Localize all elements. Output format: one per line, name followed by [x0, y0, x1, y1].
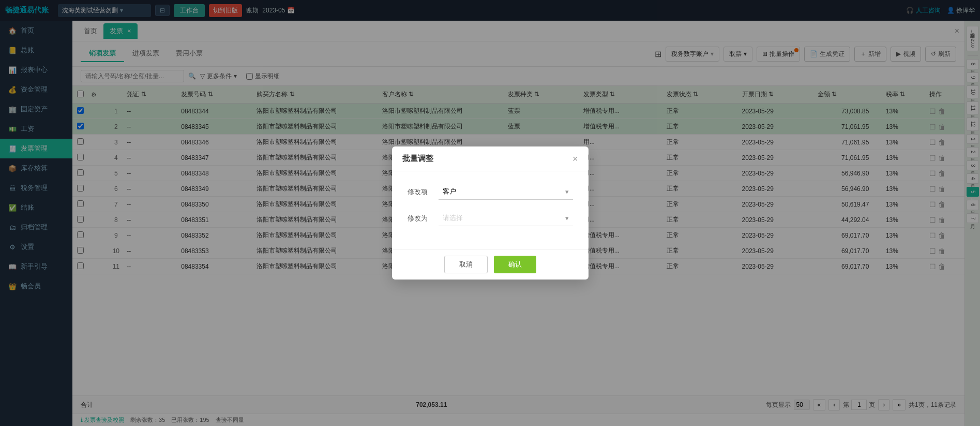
modify-to-label: 修改为 [408, 214, 439, 223]
batch-adjust-dialog: 批量调整 × 修改项 客户 ▾ 修改为 请选择 ▾ 取消 确认 [392, 146, 589, 280]
dialog-footer: 取消 确认 [392, 249, 589, 280]
dialog-close-btn[interactable]: × [572, 154, 578, 164]
modify-item-value: 客户 [443, 187, 456, 196]
modify-item-select[interactable]: 客户 ▾ [439, 184, 573, 200]
modify-to-placeholder: 请选择 [443, 213, 463, 223]
dialog-body: 修改项 客户 ▾ 修改为 请选择 ▾ [392, 171, 589, 249]
dialog-title: 批量调整 [402, 154, 433, 164]
dialog-overlay: 批量调整 × 修改项 客户 ▾ 修改为 请选择 ▾ 取消 确认 [0, 0, 980, 426]
dialog-cancel-btn[interactable]: 取消 [444, 256, 488, 273]
modify-item-row: 修改项 客户 ▾ [408, 184, 573, 200]
dialog-confirm-btn[interactable]: 确认 [494, 256, 536, 273]
modify-to-arrow: ▾ [565, 214, 569, 222]
modify-item-arrow: ▾ [565, 188, 569, 196]
dialog-header: 批量调整 × [392, 146, 589, 171]
modify-to-select[interactable]: 请选择 ▾ [439, 210, 573, 226]
modify-item-label: 修改项 [408, 187, 439, 197]
modify-to-row: 修改为 请选择 ▾ [408, 210, 573, 226]
